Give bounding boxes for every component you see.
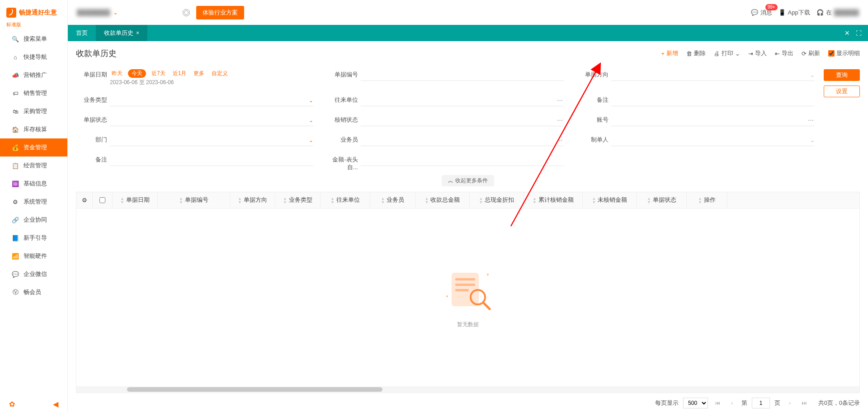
date-opt-2[interactable]: 近7天 — [150, 69, 167, 78]
filter-settings-button[interactable]: 设置 — [824, 85, 860, 97]
scrollbar-thumb[interactable] — [127, 387, 382, 392]
sort-icon[interactable]: ▲▼ — [425, 197, 429, 204]
date-opt-1[interactable]: 今天 — [128, 69, 146, 78]
th-9[interactable]: ▲▼未核销金额 — [583, 192, 637, 208]
sidebar-item-9[interactable]: ⚙系统管理 — [0, 193, 67, 211]
show-detail-checkbox[interactable] — [828, 50, 835, 57]
sidebar-item-13[interactable]: 💬企业微信 — [0, 265, 67, 283]
show-detail-toggle[interactable]: 显示明细 — [828, 49, 860, 57]
tab-1[interactable]: 收款单历史× — [96, 25, 147, 41]
filter-field[interactable]: ⌄ — [110, 95, 313, 106]
sort-icon[interactable]: ▲▼ — [592, 197, 596, 204]
filter-8[interactable]: 部门⌄ — [76, 134, 313, 146]
sort-icon[interactable]: ▲▼ — [533, 197, 537, 204]
filter-field[interactable]: ⋯ — [361, 95, 564, 106]
filter-4[interactable]: 备注 — [577, 95, 815, 106]
last-page-button[interactable]: ⏭ — [799, 398, 809, 408]
more-icon[interactable]: ⋯ — [557, 117, 564, 123]
collapse-sidebar-icon[interactable]: ◀ — [53, 400, 58, 408]
th-10[interactable]: ▲▼单据状态 — [637, 192, 687, 208]
more-icon[interactable]: ⋯ — [808, 117, 815, 123]
try-industry-button[interactable]: 体验行业方案 — [196, 6, 244, 19]
sidebar-item-8[interactable]: 🆔基础信息 — [0, 175, 67, 193]
th-0[interactable]: ▲▼单据日期 — [113, 192, 158, 208]
more-icon[interactable]: ⋯ — [557, 97, 564, 104]
app-download-link[interactable]: 📱 App下载 — [778, 9, 810, 17]
close-all-tabs-icon[interactable]: × — [844, 28, 849, 38]
print-button[interactable]: 🖨打印⌄ — [714, 49, 740, 57]
sort-icon[interactable]: ▲▼ — [647, 197, 651, 204]
date-opt-3[interactable]: 近1月 — [171, 69, 189, 78]
sidebar-item-2[interactable]: 📣营销推广 — [0, 66, 67, 84]
sidebar-item-0[interactable]: 🔍搜索菜单 — [0, 30, 67, 48]
th-8[interactable]: ▲▼累计核销金额 — [524, 192, 583, 208]
sort-icon[interactable]: ▲▼ — [479, 197, 483, 204]
company-select[interactable]: ████████ ⌄ — [77, 9, 176, 16]
more-icon[interactable]: ⋯ — [557, 137, 564, 143]
close-icon[interactable]: × — [136, 30, 139, 36]
per-page-select[interactable]: 500 — [683, 398, 708, 408]
filter-3[interactable]: 往来单位⋯ — [327, 95, 564, 106]
sidebar-item-10[interactable]: 🔗企业协同 — [0, 211, 67, 229]
th-6[interactable]: ▲▼收款总金额 — [415, 192, 470, 208]
filter-10[interactable]: 制单人⌄ — [577, 134, 815, 146]
online-indicator[interactable]: 🎧 在 ██████ — [816, 9, 859, 17]
sort-icon[interactable]: ▲▼ — [179, 197, 183, 204]
collapse-filters-button[interactable]: ︽ 收起更多条件 — [442, 175, 494, 186]
date-opt-0[interactable]: 昨天 — [110, 69, 124, 78]
filter-11[interactable]: 备注 — [76, 154, 313, 171]
sort-icon[interactable]: ▲▼ — [283, 197, 287, 204]
add-button[interactable]: +新增 — [661, 49, 678, 57]
settings-icon[interactable]: ✿ — [9, 400, 15, 408]
sidebar-item-6[interactable]: 💰资金管理 — [0, 138, 67, 157]
sidebar-item-3[interactable]: 🏷销售管理 — [0, 84, 67, 102]
filter-field[interactable]: ⌄ — [611, 134, 815, 146]
first-page-button[interactable]: ⏮ — [712, 398, 722, 408]
search-button[interactable]: 查询 — [824, 69, 860, 81]
filter-field[interactable] — [361, 69, 564, 81]
fullscreen-icon[interactable]: ⛶ — [856, 30, 862, 37]
import-button[interactable]: ⇥导入 — [748, 49, 767, 57]
filter-field[interactable] — [611, 95, 815, 106]
select-all-input[interactable] — [99, 197, 105, 203]
export-button[interactable]: ⇤导出 — [775, 49, 793, 57]
filter-field[interactable] — [110, 154, 313, 166]
filter-7[interactable]: 账号⋯ — [577, 114, 815, 126]
sort-icon[interactable]: ▲▼ — [120, 197, 124, 204]
tab-0[interactable]: 首页 — [68, 25, 96, 41]
filter-0[interactable]: 单据编号 — [327, 69, 564, 86]
gear-icon[interactable] — [183, 9, 190, 16]
sort-icon[interactable]: ▲▼ — [381, 197, 385, 204]
th-4[interactable]: ▲▼往来单位 — [321, 192, 370, 208]
date-opt-5[interactable]: 自定义 — [210, 69, 230, 78]
th-7[interactable]: ▲▼总现金折扣 — [470, 192, 524, 208]
filter-field[interactable]: ⋯ — [361, 114, 564, 126]
filter-field[interactable]: ⌄ — [611, 69, 815, 81]
refresh-button[interactable]: ⟳刷新 — [802, 49, 820, 57]
sort-icon[interactable]: ▲▼ — [238, 197, 242, 204]
sidebar-item-12[interactable]: 📶智能硬件 — [0, 247, 67, 265]
select-all-checkbox[interactable] — [93, 192, 113, 208]
next-page-button[interactable]: › — [785, 398, 795, 408]
filter-field[interactable] — [361, 154, 564, 166]
filter-1[interactable]: 单据方向⌄ — [577, 69, 815, 86]
date-opt-4[interactable]: 更多 — [192, 69, 206, 78]
filter-12[interactable]: 金额-表头自... — [327, 154, 564, 171]
filter-9[interactable]: 业务员⋯ — [327, 134, 564, 146]
filter-5[interactable]: 单据状态⌄ — [76, 114, 313, 126]
sort-icon[interactable]: ▲▼ — [698, 197, 702, 204]
prev-page-button[interactable]: ‹ — [727, 398, 737, 408]
filter-field[interactable]: ⋯ — [611, 114, 815, 126]
delete-button[interactable]: 🗑删除 — [686, 49, 706, 57]
th-1[interactable]: ▲▼单据编号 — [158, 192, 230, 208]
sidebar-item-7[interactable]: 📋经营管理 — [0, 157, 67, 175]
th-5[interactable]: ▲▼业务员 — [370, 192, 415, 208]
sidebar-item-1[interactable]: ⌂快捷导航 — [0, 48, 67, 66]
th-2[interactable]: ▲▼单据方向 — [230, 192, 275, 208]
column-settings-icon[interactable]: ⚙ — [76, 192, 93, 208]
filter-6[interactable]: 核销状态⋯ — [327, 114, 564, 126]
filter-2[interactable]: 业务类型⌄ — [76, 95, 313, 106]
horizontal-scrollbar[interactable] — [76, 386, 859, 393]
filter-field[interactable]: ⌄ — [110, 134, 313, 146]
sort-icon[interactable]: ▲▼ — [330, 197, 335, 204]
